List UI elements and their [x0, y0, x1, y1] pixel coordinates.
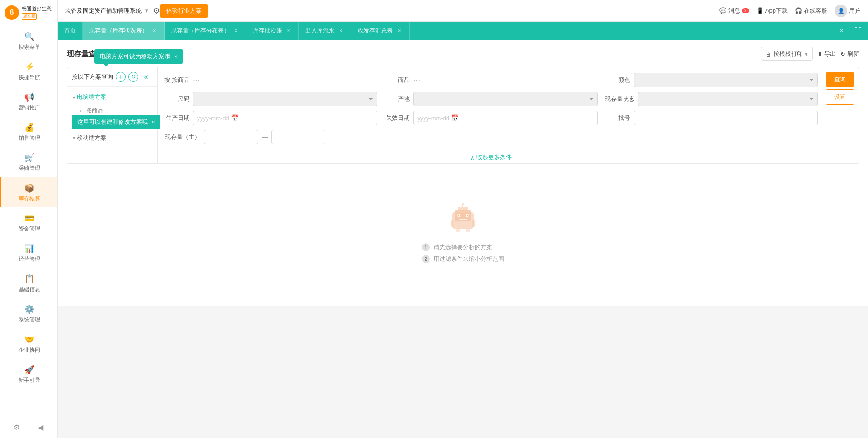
prod-date-label: 生产日期 — [164, 114, 189, 122]
add-scheme-btn[interactable]: + — [116, 72, 126, 82]
exp-date-start[interactable]: yyyy-mm-dd 📅 — [413, 111, 597, 125]
svg-point-9 — [462, 203, 464, 205]
sidebar-item-sales[interactable]: 💰 销售管理 — [0, 116, 57, 146]
stock-status-field: 现存量状态 — [605, 92, 818, 106]
messages-btn[interactable]: 💬 消息 9 — [719, 7, 749, 15]
calendar-icon-exp-start: 📅 — [451, 114, 459, 122]
color-label: 颜色 — [605, 76, 630, 84]
tooltip2-close[interactable]: × — [151, 118, 155, 126]
sidebar-item-marketing[interactable]: 📢 营销推广 — [0, 86, 57, 116]
action-buttons: 查询 设置 — [826, 72, 854, 105]
sidebar-item-basic-info[interactable]: 📋 基础信息 — [0, 268, 57, 298]
tab-bar: 首页 现存量（库存状况表） × 现存量（库存分布表） × 库存批次账 × 出入库… — [58, 22, 868, 40]
inventory-icon: 📦 — [24, 183, 34, 193]
tab-close-in-out-flow[interactable]: × — [337, 27, 344, 34]
batch-field: 批号 — [605, 111, 818, 125]
content-area: 现存量查询(按仓库+商品) 🖨 按模板打印 ▾ ⬆ 导出 ↻ 刷新 — [58, 40, 868, 438]
headset-icon: 🎧 — [795, 7, 802, 14]
tab-close-stock-status[interactable]: × — [151, 27, 158, 34]
header-settings-icon[interactable]: ⚙ — [153, 6, 160, 16]
export-icon: ⬆ — [817, 51, 822, 57]
svg-point-4 — [458, 215, 459, 216]
prod-date-start[interactable]: yyyy-mm-dd 📅 — [193, 111, 377, 125]
sidebar-item-operations[interactable]: 📊 经营管理 — [0, 237, 57, 268]
warehouse-dots[interactable]: ··· — [193, 76, 200, 84]
filter-area: 按以下方案查询 + ↻ « 电脑方案可设为移动方案哦 × — [67, 67, 859, 164]
user-btn[interactable]: 👤 用户 — [835, 5, 861, 17]
goods-dots[interactable]: ··· — [413, 76, 420, 84]
color-select[interactable] — [634, 73, 818, 87]
stock-status-select[interactable] — [638, 92, 818, 106]
arrow-left-btn[interactable]: « — [141, 72, 151, 82]
collapse-btn[interactable]: ∧ 收起更多条件 — [164, 150, 818, 163]
message-icon: 💬 — [719, 7, 726, 14]
goods-field: 商品 ··· — [384, 73, 597, 87]
system-title-dropdown[interactable]: ▾ — [145, 7, 148, 14]
reset-btn[interactable]: 设置 — [826, 89, 854, 105]
range-dash: — — [262, 134, 268, 141]
origin-field: 产地 — [384, 92, 597, 106]
sidebar-item-system[interactable]: ⚙️ 系统管理 — [0, 298, 57, 328]
scheme-panel: 按以下方案查询 + ↻ « 电脑方案可设为移动方案哦 × — [67, 67, 157, 164]
tab-stock-status[interactable]: 现存量（库存状况表） × — [83, 22, 165, 40]
system-icon: ⚙️ — [24, 304, 34, 314]
export-btn[interactable]: ⬆ 导出 — [817, 50, 836, 58]
print-btn[interactable]: 🖨 按模板打印 ▾ — [761, 47, 813, 61]
sidebar-item-purchase[interactable]: 🛒 采购管理 — [0, 146, 57, 177]
origin-select[interactable] — [413, 92, 597, 106]
prod-date-field: 生产日期 yyyy-mm-dd 📅 — [164, 111, 377, 125]
refresh-scheme-btn[interactable]: ↻ — [128, 72, 138, 82]
tree-item-mobile-scheme[interactable]: ▾ 移动端方案 — [67, 131, 157, 145]
tab-close-collect-summary[interactable]: × — [396, 27, 403, 34]
batch-input[interactable] — [634, 111, 818, 125]
tab-close-all-icon[interactable]: × — [835, 24, 848, 37]
sidebar-item-enterprise[interactable]: 🤝 企业协同 — [0, 328, 57, 358]
sub-arrow-icon: ▸ — [80, 108, 82, 113]
stock-amount-min[interactable] — [204, 130, 258, 144]
sidebar-item-quick-nav[interactable]: ⚡ 快捷导航 — [0, 56, 57, 86]
size-select[interactable] — [193, 92, 377, 106]
top-header: 装备及固定资产辅助管理系统 ▾ ⚙ 体验行业方案 💬 消息 9 📱 App下载 … — [58, 0, 868, 22]
query-btn[interactable]: 查询 — [826, 72, 854, 87]
sidebar-item-finance[interactable]: 💳 资金管理 — [0, 207, 57, 237]
warehouse-label: 按 按商品 — [164, 76, 189, 84]
tab-expand-icon[interactable]: ⛶ — [852, 24, 864, 37]
operations-icon: 📊 — [24, 244, 34, 254]
tooltip1-close[interactable]: × — [174, 53, 178, 60]
size-field: 尺码 — [164, 92, 377, 106]
filter-row-2: 尺码 产地 — [164, 92, 818, 106]
online-service-btn[interactable]: 🎧 在线客服 — [795, 7, 827, 15]
settings-bottom-btn[interactable]: ⚙ — [10, 421, 23, 433]
collapse-sidebar-btn[interactable]: ◀ — [34, 421, 47, 433]
stock-amount-max[interactable] — [271, 130, 326, 144]
refresh-icon: ↻ — [840, 51, 845, 57]
phone-icon: 📱 — [756, 7, 764, 14]
scheme-tree: ▾ 电脑端方案 ▸ 按商品 这里可以创建和修改方案哦 — [67, 87, 157, 148]
empty-icon — [445, 200, 481, 236]
empty-tips: 1 请先选择要分析的方案 2 用过滤条件来缩小分析范围 — [422, 243, 504, 263]
refresh-btn[interactable]: ↻ 刷新 — [840, 50, 859, 58]
calendar-icon-prod-start: 📅 — [231, 114, 239, 122]
empty-state: 1 请先选择要分析的方案 2 用过滤条件来缩小分析范围 — [67, 164, 859, 299]
filter-row-1: 按 按商品 ··· 商品 ··· 颜色 — [164, 73, 818, 87]
tab-stock-dist[interactable]: 现存量（库存分布表） × — [165, 22, 246, 40]
print-dropdown-icon: ▾ — [805, 51, 808, 57]
tab-close-stock-dist[interactable]: × — [232, 27, 240, 34]
logo-text: 畅通道好生意 标准版 — [22, 5, 52, 20]
empty-tip-1: 1 请先选择要分析的方案 — [422, 243, 504, 251]
sidebar-item-search[interactable]: 🔍 搜索菜单 — [0, 25, 57, 56]
tab-collect-summary[interactable]: 收发存汇总表 × — [351, 22, 410, 40]
tab-close-batch-ledger[interactable]: × — [285, 27, 292, 34]
tab-in-out-flow[interactable]: 出入库流水 × — [299, 22, 351, 40]
industry-btn[interactable]: 体验行业方案 — [160, 4, 208, 18]
quick-nav-icon: ⚡ — [24, 62, 34, 72]
sidebar-item-newbie[interactable]: 🚀 新手引导 — [0, 358, 57, 389]
sidebar-item-inventory[interactable]: 📦 库存核算 — [0, 177, 57, 207]
main-area: 装备及固定资产辅助管理系统 ▾ ⚙ 体验行业方案 💬 消息 9 📱 App下载 … — [58, 0, 868, 438]
tab-batch-ledger[interactable]: 库存批次账 × — [246, 22, 299, 40]
svg-rect-11 — [472, 220, 475, 227]
app-download-btn[interactable]: 📱 App下载 — [756, 7, 788, 15]
tree-item-pc-scheme[interactable]: ▾ 电脑端方案 — [67, 90, 157, 104]
avatar: 👤 — [835, 5, 847, 17]
tab-home[interactable]: 首页 — [58, 22, 83, 40]
